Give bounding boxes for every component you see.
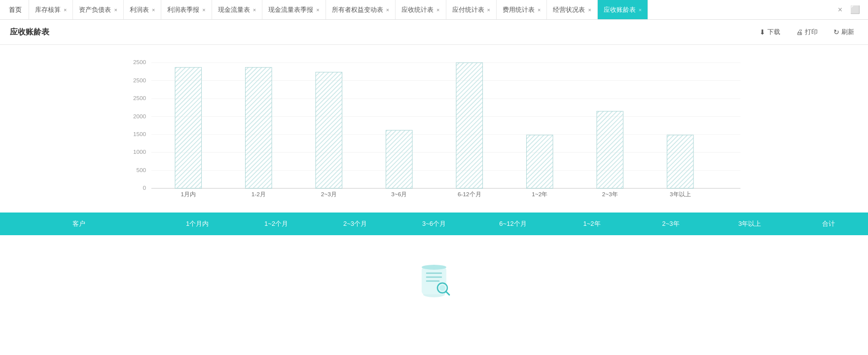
refresh-label: 刷新: [841, 28, 854, 36]
col-header-6~12个月: 6~12个月: [473, 213, 552, 235]
tab-close-balance[interactable]: ×: [114, 7, 117, 13]
svg-text:1500: 1500: [133, 131, 146, 137]
svg-text:2500: 2500: [133, 95, 146, 101]
tab-expense-stats[interactable]: 费用统计表×: [497, 0, 547, 20]
table-header: 客户1个月内1~2个月2~3个月3~6个月6~12个月1~2年2~3年3年以上合…: [0, 213, 868, 235]
chart-area: 2500 2500 2500 2000 1500 1000 500 0: [0, 45, 868, 213]
svg-line-34: [446, 291, 449, 295]
col-header-合计: 合计: [789, 213, 868, 235]
col-header-3~6个月: 3~6个月: [395, 213, 473, 235]
tab-label: 所有者权益变动表: [332, 5, 383, 14]
col-header-客户: 客户: [0, 213, 158, 235]
svg-point-33: [439, 285, 445, 291]
empty-illustration: [412, 257, 456, 302]
tab-operations[interactable]: 经营状况表×: [547, 0, 597, 20]
download-button[interactable]: ⬇ 下载: [756, 26, 784, 38]
svg-text:3年以上: 3年以上: [670, 191, 691, 197]
svg-text:2~3年: 2~3年: [602, 191, 618, 197]
tab-close-operations[interactable]: ×: [588, 7, 591, 13]
bar-1月内: [175, 68, 202, 188]
print-icon: 🖨: [796, 28, 803, 36]
col-header-1个月内: 1个月内: [158, 213, 237, 235]
tab-label: 费用统计表: [503, 5, 535, 14]
bar-3-6月: [386, 130, 413, 188]
svg-text:2000: 2000: [133, 113, 146, 119]
tab-close-profit[interactable]: ×: [152, 7, 155, 13]
col-header-2~3年: 2~3年: [631, 213, 710, 235]
svg-text:2~3月: 2~3月: [321, 191, 337, 197]
tab-label: 应收账龄表: [604, 5, 636, 14]
svg-text:6-12个月: 6-12个月: [458, 191, 481, 197]
chart-container: 2500 2500 2500 2000 1500 1000 500 0: [15, 55, 853, 203]
download-label: 下载: [767, 28, 780, 36]
bar-1-2年: [527, 135, 553, 188]
tab-close-ar-stats[interactable]: ×: [436, 7, 439, 13]
close-button[interactable]: ×: [836, 4, 844, 15]
bar-3年以上: [667, 135, 694, 188]
refresh-button[interactable]: ↻ 刷新: [830, 26, 858, 38]
tab-ar-aging[interactable]: 应收账龄表×: [598, 0, 648, 20]
tab-cashflow[interactable]: 现金流量表×: [212, 0, 262, 20]
tab-label: 利润表季报: [167, 5, 199, 14]
tab-label: 经营状况表: [553, 5, 585, 14]
svg-text:1000: 1000: [133, 148, 146, 155]
tab-close-expense-stats[interactable]: ×: [538, 7, 541, 13]
tab-label: 利润表: [130, 5, 149, 14]
page-header: 应收账龄表 ⬇ 下载 🖨 打印 ↻ 刷新: [0, 20, 868, 45]
tab-close-equity[interactable]: ×: [386, 7, 389, 13]
refresh-icon: ↻: [833, 28, 839, 36]
col-header-1~2年: 1~2年: [552, 213, 631, 235]
svg-text:2500: 2500: [133, 77, 146, 83]
svg-text:3~6月: 3~6月: [391, 191, 407, 197]
tab-profit-quarterly[interactable]: 利润表季报×: [161, 0, 212, 20]
tab-label: 应付统计表: [452, 5, 484, 14]
bar-1-2月: [246, 68, 272, 188]
print-button[interactable]: 🖨 打印: [792, 26, 822, 38]
tab-inventory[interactable]: 库存核算×: [29, 0, 73, 20]
tab-close-ar-aging[interactable]: ×: [639, 7, 642, 13]
tab-bar: 首页 库存核算×资产负债表×利润表×利润表季报×现金流量表×现金流量表季报×所有…: [0, 0, 868, 20]
tab-ar-stats[interactable]: 应收统计表×: [396, 0, 446, 20]
main-content: 2500 2500 2500 2000 1500 1000 500 0: [0, 45, 868, 355]
download-icon: ⬇: [760, 28, 765, 36]
col-header-2~3个月: 2~3个月: [316, 213, 395, 235]
tab-home[interactable]: 首页: [2, 0, 29, 20]
bar-chart: 2500 2500 2500 2000 1500 1000 500 0: [15, 55, 853, 203]
tab-balance[interactable]: 资产负债表×: [73, 0, 123, 20]
header-actions: ⬇ 下载 🖨 打印 ↻ 刷新: [756, 26, 858, 38]
bar-6-12月: [456, 63, 483, 188]
tab-label: 现金流量表: [218, 5, 250, 14]
tab-label: 资产负债表: [79, 5, 111, 14]
bar-2-3年: [597, 111, 623, 188]
tab-profit[interactable]: 利润表×: [124, 0, 161, 20]
svg-text:0: 0: [143, 184, 146, 191]
tab-equity[interactable]: 所有者权益变动表×: [326, 0, 396, 20]
tab-label: 库存核算: [35, 5, 61, 14]
print-label: 打印: [805, 28, 818, 36]
tab-close-cashflow-quarterly[interactable]: ×: [316, 7, 319, 13]
col-header-3年以上: 3年以上: [710, 213, 789, 235]
svg-text:1~2年: 1~2年: [532, 191, 547, 197]
bar-2-3月: [316, 72, 342, 188]
maximize-button[interactable]: ⬜: [848, 4, 862, 15]
page-title: 应收账龄表: [10, 27, 49, 37]
tab-cashflow-quarterly[interactable]: 现金流量表季报×: [262, 0, 326, 20]
svg-text:1-2月: 1-2月: [252, 191, 266, 197]
tab-ap-stats[interactable]: 应付统计表×: [446, 0, 497, 20]
tab-close-profit-quarterly[interactable]: ×: [202, 7, 205, 13]
svg-text:500: 500: [136, 167, 146, 173]
window-controls: × ⬜: [836, 4, 866, 15]
svg-text:1月内: 1月内: [181, 191, 196, 197]
tab-home-label: 首页: [9, 5, 22, 14]
tab-close-ap-stats[interactable]: ×: [487, 7, 490, 13]
tab-close-cashflow[interactable]: ×: [253, 7, 256, 13]
col-header-1~2个月: 1~2个月: [237, 213, 316, 235]
svg-point-28: [422, 265, 446, 270]
tab-label: 应收统计表: [401, 5, 434, 14]
svg-text:2500: 2500: [133, 59, 146, 65]
empty-state: [0, 235, 868, 324]
tab-close-inventory[interactable]: ×: [64, 7, 67, 13]
tab-label: 现金流量表季报: [268, 5, 313, 14]
